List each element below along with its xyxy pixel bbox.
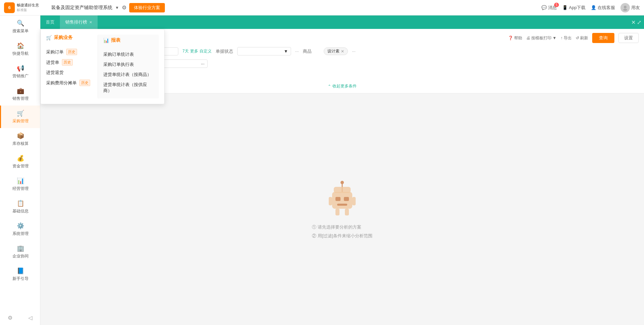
report-icon: 📊: [103, 38, 109, 43]
goods-tag-close[interactable]: ✕: [341, 49, 344, 54]
purchase-order-history: 历史: [66, 49, 77, 55]
help-btn[interactable]: ❓ 帮助: [508, 35, 522, 41]
logo-area: 6 畅捷通好生意 标准版: [4, 2, 44, 13]
print-btn[interactable]: 🖨 按模板打印 ▼: [526, 35, 557, 41]
menu-item-receipt-stats-supplier[interactable]: 进货单统计表（按供应商）: [103, 80, 155, 96]
purchase-order-label: 采购订单: [46, 49, 64, 55]
system-icon: ⚙️: [17, 222, 24, 230]
sidebar-item-finance[interactable]: 💰 资金管理: [0, 151, 40, 173]
menu-item-goods-return[interactable]: 进货退货: [46, 68, 98, 78]
export-btn[interactable]: ↑ 导出: [561, 35, 572, 41]
tab-home-label: 首页: [46, 19, 55, 25]
app-label: App下载: [569, 5, 585, 11]
sidebar-item-enterprise[interactable]: 🏢 企业协同: [0, 241, 40, 263]
sidebar-item-purchase[interactable]: 🛒 采购管理: [0, 106, 40, 128]
header-right: 💬 消息 5 📱 App下载 👤 在线客服 用友: [541, 3, 640, 12]
goods-tag-text: 设计素: [327, 48, 339, 54]
sidebar-label-finance: 资金管理: [12, 163, 29, 169]
search-icon: 🔍: [17, 19, 24, 27]
print-icon: 🖨: [526, 36, 530, 40]
user-btn[interactable]: 用友: [620, 3, 640, 12]
online-service-btn[interactable]: 👤 在线客服: [591, 5, 615, 11]
sidebar-item-quick-nav[interactable]: 🏠 快捷导航: [0, 38, 40, 60]
empty-illustration: [322, 178, 362, 219]
collapse-up-icon: ⌃: [328, 84, 331, 89]
svg-point-3: [623, 9, 627, 11]
service-icon: 👤: [591, 5, 596, 10]
menu-item-order-exec[interactable]: 采购订单执行表: [103, 59, 155, 70]
purchase-business-icon: 🛒: [46, 35, 52, 40]
print-label: 按模板打印: [531, 35, 551, 41]
settings-btn[interactable]: 设置: [618, 33, 639, 43]
sidebar: 🔍 搜索菜单 🏠 快捷导航 📢 营销推广 💼 销售管理 🛒 采购管理 📦 库存核…: [0, 15, 40, 325]
sidebar-label-enterprise: 企业协同: [12, 253, 29, 259]
menu-item-purchase-order[interactable]: 采购订单 历史: [46, 47, 98, 57]
sidebar-label-sales: 销售管理: [12, 96, 29, 101]
system-dropdown-btn[interactable]: ▼: [115, 5, 119, 10]
empty-tip: ① 请先选择要分析的方案 ② 用[过滤]条件来缩小分析范围: [312, 223, 372, 240]
tab-close-btn[interactable]: ✕: [89, 20, 92, 25]
quick-custom-btn[interactable]: 自定义: [200, 48, 212, 54]
refresh-icon: ↺: [576, 36, 579, 40]
menu-item-receipt-stats-goods[interactable]: 进货单统计表（按商品）: [103, 70, 155, 80]
sidebar-item-guide[interactable]: 📘 新手引导: [0, 263, 40, 286]
sidebar-settings-btn[interactable]: ⚙: [8, 315, 12, 321]
message-badge: 5: [554, 3, 559, 7]
purchase-business-label: 采购业务: [54, 35, 73, 41]
tab-close-all-btn[interactable]: ✕: [631, 19, 636, 26]
sales-icon: 💼: [17, 87, 24, 94]
operations-icon: 📊: [17, 177, 24, 185]
tab-sales-rank[interactable]: 销售排行榜 ✕: [60, 15, 98, 29]
sidebar-label-operations: 经营管理: [12, 186, 29, 192]
gear-btn[interactable]: ⚙: [122, 4, 127, 11]
basic-icon: 📋: [17, 200, 24, 207]
tab-bar: 首页 销售排行榜 ✕ ✕ ⤢: [40, 15, 644, 29]
sidebar-item-system[interactable]: ⚙️ 系统管理: [0, 218, 40, 241]
app-icon: 📱: [562, 5, 568, 10]
tab-sales-rank-label: 销售排行榜: [65, 19, 87, 25]
svg-point-13: [341, 181, 344, 184]
sidebar-label-purchase: 采购管理: [12, 118, 29, 124]
app-download-btn[interactable]: 📱 App下载: [562, 5, 585, 11]
query-btn[interactable]: 查询: [592, 33, 614, 43]
menu-item-order-stats[interactable]: 采购订单统计表: [103, 49, 155, 59]
sidebar-item-basic[interactable]: 📋 基础信息: [0, 196, 40, 218]
marketing-icon: 📢: [17, 65, 24, 72]
menu-item-purchase-expense[interactable]: 采购费用分摊单 历史: [46, 78, 98, 88]
tab-maximize-btn[interactable]: ⤢: [637, 19, 641, 26]
sidebar-item-search[interactable]: 🔍 搜索菜单: [0, 15, 40, 38]
guide-icon: 📘: [17, 267, 24, 275]
quick-more-btn[interactable]: 更多: [190, 48, 198, 54]
menu-item-goods-receipt[interactable]: 进货单 历史: [46, 57, 98, 68]
purchase-business-column: 🛒 采购业务 采购订单 历史 进货单 历史 进货退货 采购费用分摊单 历史: [46, 35, 98, 98]
sidebar-label-search: 搜索菜单: [12, 28, 29, 34]
doc-status-select[interactable]: ▼: [237, 47, 291, 55]
svg-rect-5: [335, 197, 341, 201]
svg-rect-9: [352, 197, 356, 205]
sidebar-item-inventory[interactable]: 📦 库存核算: [0, 128, 40, 151]
purchase-expense-history: 历史: [79, 80, 90, 86]
sidebar-item-operations[interactable]: 📊 经营管理: [0, 173, 40, 196]
quick-7days-btn[interactable]: 7天: [182, 48, 189, 54]
enterprise-icon: 🏢: [17, 245, 24, 252]
goods-receipt-history: 历史: [62, 59, 73, 66]
sidebar-label-quick-nav: 快捷导航: [12, 51, 29, 56]
goods-label: 商品: [303, 48, 320, 54]
sidebar-item-marketing[interactable]: 📢 营销推广: [0, 60, 40, 83]
inventory-icon: 📦: [17, 132, 24, 139]
refresh-btn[interactable]: ↺ 刷新: [576, 35, 588, 41]
trial-btn[interactable]: 体验行业方案: [129, 3, 165, 12]
purchase-report-column: 📊 报表 采购订单统计表 采购订单执行表 进货单统计表（按商品） 进货单统计表（…: [98, 35, 159, 98]
sidebar-item-sales[interactable]: 💼 销售管理: [0, 83, 40, 106]
user-avatar: [620, 3, 630, 12]
sidebar-collapse-btn[interactable]: ◁: [28, 315, 32, 321]
purchase-dropdown-menu: 🛒 采购业务 采购订单 历史 进货单 历史 进货退货 采购费用分摊单 历史 📊 …: [40, 29, 165, 104]
message-btn[interactable]: 💬 消息 5: [541, 5, 557, 11]
sidebar-label-marketing: 营销推广: [12, 73, 29, 79]
svg-rect-8: [329, 197, 332, 205]
svg-rect-4: [332, 192, 352, 209]
svg-rect-11: [345, 209, 349, 215]
help-icon: ❓: [508, 36, 513, 40]
brand-sub: 标准版: [17, 8, 39, 12]
tab-home[interactable]: 首页: [40, 15, 60, 29]
